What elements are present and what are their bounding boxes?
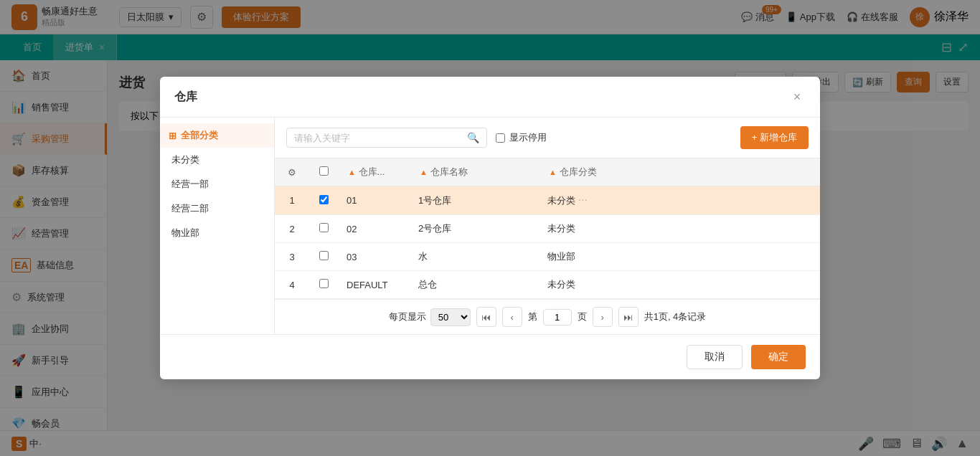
row-2-index: 2 [275,215,309,243]
cancel-button[interactable]: 取消 [687,345,743,369]
modal-title: 仓库 [174,90,197,105]
row-4-code: DEFAULT [338,271,410,299]
confirm-button[interactable]: 确定 [751,345,806,369]
all-categories-item[interactable]: ⊞ 全部分类 [160,123,274,148]
row-3-name: 水 [410,243,539,271]
row-1-code: 01 [338,186,410,215]
table-row[interactable]: 3 03 水 物业部 [275,243,820,271]
table-header-row: ⚙ ▲ 仓库... ▲ [275,158,820,186]
row-3-checkbox-cell[interactable] [309,243,338,271]
row-4-index: 4 [275,271,309,299]
first-page-button[interactable]: ⏮ [476,307,496,327]
code-col-header: ▲ 仓库... [338,158,410,186]
settings-col-icon: ⚙ [288,167,296,178]
data-toolbar: 🔍 显示停用 + 新增仓库 [275,118,820,158]
row-1-index: 1 [275,186,309,215]
select-all-checkbox[interactable] [319,166,329,176]
modal-footer: 取消 确定 [160,334,820,379]
modal-overlay: 仓库 × ⊞ 全部分类 未分类 经营一部 经营二部 [0,0,980,456]
category-col-label: 仓库分类 [560,166,597,177]
grid-icon: ⊞ [169,130,176,141]
modal-body: ⊞ 全部分类 未分类 经营一部 经营二部 物业部 《 [160,118,820,334]
data-panel: 🔍 显示停用 + 新增仓库 ⚙ [275,118,820,334]
settings-col-header: ⚙ [275,158,309,186]
name-col-sort-icon: ▲ [420,168,428,176]
prev-page-button[interactable]: ‹ [502,307,522,327]
row-3-category: 物业部 [539,243,820,271]
category-col-sort-icon: ▲ [549,168,557,176]
code-col-label: 仓库... [359,166,385,177]
row-2-name: 2号仓库 [410,215,539,243]
search-input[interactable] [294,133,463,143]
page-label: 第 [528,310,537,323]
category-unclassified[interactable]: 未分类 [160,148,274,172]
row-2-category: 未分类 [539,215,820,243]
category-panel: ⊞ 全部分类 未分类 经营一部 经营二部 物业部 《 [160,118,275,334]
row-1-more-icon[interactable]: ··· [578,194,588,206]
row-2-checkbox[interactable] [319,223,329,232]
total-info: 共1页, 4条记录 [644,310,707,323]
row-3-checkbox[interactable] [319,251,329,260]
row-3-code: 03 [338,243,410,271]
checkbox-col-header [309,158,338,186]
name-col-label: 仓库名称 [430,166,468,177]
row-4-category: 未分类 [539,271,820,299]
table-row[interactable]: 2 02 2号仓库 未分类 [275,215,820,243]
page-number-input[interactable] [543,309,572,326]
show-disabled-checkbox[interactable] [496,133,505,143]
all-categories-label: 全部分类 [181,129,218,142]
row-4-name: 总仓 [410,271,539,299]
table-row[interactable]: 4 DEFAULT 总仓 未分类 [275,271,820,299]
category-property-label: 物业部 [171,227,199,238]
show-disabled-label: 显示停用 [509,131,547,144]
search-input-wrap[interactable]: 🔍 [286,128,487,148]
name-col-header: ▲ 仓库名称 [410,158,539,186]
code-col-sort-icon: ▲ [348,168,356,176]
category-ops1-label: 经营一部 [171,179,209,189]
warehouse-table: ⚙ ▲ 仓库... ▲ [275,158,820,299]
warehouse-modal: 仓库 × ⊞ 全部分类 未分类 经营一部 经营二部 [160,77,820,379]
per-page-select[interactable]: 50 10 20 100 [430,308,471,326]
row-1-checkbox[interactable] [319,195,329,204]
category-ops2-label: 经营二部 [171,203,209,214]
modal-header: 仓库 × [160,77,820,118]
row-1-category: 未分类 ··· [539,186,820,215]
search-icon: 🔍 [467,132,479,143]
row-4-checkbox-cell[interactable] [309,271,338,299]
page-unit: 页 [578,310,587,323]
category-operations-2[interactable]: 经营二部 [160,196,274,221]
table-row[interactable]: 1 01 1号仓库 未分类 ··· [275,186,820,215]
row-2-code: 02 [338,215,410,243]
show-disabled-checkbox-label[interactable]: 显示停用 [496,131,547,144]
next-page-button[interactable]: › [593,307,613,327]
new-warehouse-button[interactable]: + 新增仓库 [740,126,809,149]
category-property[interactable]: 物业部 [160,221,274,245]
row-1-checkbox-cell[interactable] [309,186,338,215]
per-page-label: 每页显示 [389,310,426,323]
data-table-wrap: ⚙ ▲ 仓库... ▲ [275,158,820,299]
category-unclassified-label: 未分类 [171,154,199,165]
pagination-bar: 每页显示 50 10 20 100 ⏮ ‹ 第 页 › ⏭ [275,299,820,334]
per-page-control: 每页显示 50 10 20 100 [389,308,471,326]
category-col-header: ▲ 仓库分类 [539,158,820,186]
row-4-checkbox[interactable] [319,279,329,288]
row-2-checkbox-cell[interactable] [309,215,338,243]
category-collapse-button[interactable]: 《 [274,212,275,240]
category-operations-1[interactable]: 经营一部 [160,172,274,196]
last-page-button[interactable]: ⏭ [618,307,639,327]
modal-close-button[interactable]: × [788,88,806,105]
row-3-index: 3 [275,243,309,271]
row-1-name: 1号仓库 [410,186,539,215]
